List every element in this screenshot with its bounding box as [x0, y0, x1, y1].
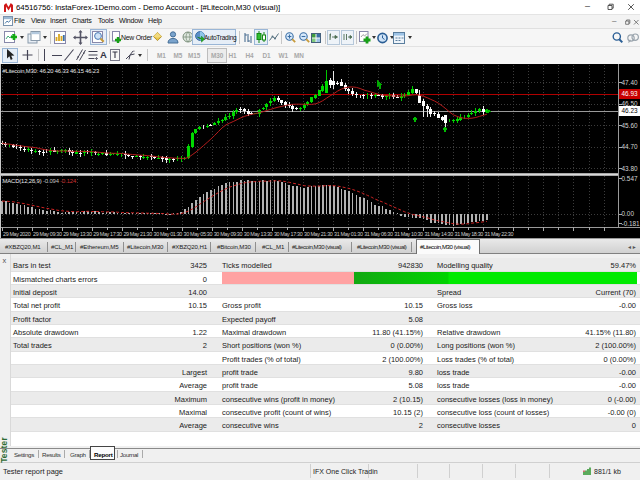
svg-text:29 May 09:30: 29 May 09:30 — [33, 231, 62, 237]
svg-text:29 May 21:30: 29 May 21:30 — [123, 231, 152, 237]
svg-text:46.23: 46.23 — [622, 107, 638, 114]
svg-text:30 May 01:30: 30 May 01:30 — [154, 231, 183, 237]
svg-text:43.80: 43.80 — [622, 165, 638, 172]
svg-text:46.93: 46.93 — [622, 90, 638, 97]
svg-text:-0.181: -0.181 — [622, 220, 640, 227]
svg-text:30 May 09:30: 30 May 09:30 — [214, 231, 243, 237]
svg-text:31 May 18:30: 31 May 18:30 — [455, 231, 484, 237]
svg-text:47.40: 47.40 — [622, 79, 638, 86]
svg-text:31 May 06:30: 31 May 06:30 — [364, 231, 393, 237]
svg-text:31 May 10:30: 31 May 10:30 — [394, 231, 423, 237]
svg-text:29 May 13:30: 29 May 13:30 — [63, 231, 92, 237]
svg-text:31 May 14:30: 31 May 14:30 — [424, 231, 453, 237]
svg-text:0.00: 0.00 — [622, 210, 635, 217]
svg-text:29 May 17:30: 29 May 17:30 — [93, 231, 122, 237]
svg-text:MACD(12,26,9) -0.094 -0.124: MACD(12,26,9) -0.094 -0.124 — [3, 178, 77, 184]
svg-text:0.547: 0.547 — [622, 175, 638, 182]
svg-text:30 May 05:30: 30 May 05:30 — [184, 231, 213, 237]
svg-text:31 May 22:30: 31 May 22:30 — [485, 231, 514, 237]
svg-text:30 May 17:30: 30 May 17:30 — [274, 231, 303, 237]
svg-text:#Litecoin,M30: 46.20 46.33 46.: #Litecoin,M30: 46.20 46.33 46.15 46.23 — [3, 68, 99, 74]
svg-text:31 May 01:30: 31 May 01:30 — [334, 231, 363, 237]
svg-text:44.70: 44.70 — [622, 143, 638, 150]
svg-text:45.60: 45.60 — [622, 122, 638, 129]
svg-text:30 May 13:30: 30 May 13:30 — [244, 231, 273, 237]
svg-text:30 May 21:30: 30 May 21:30 — [304, 231, 333, 237]
svg-text:29 May 2020: 29 May 2020 — [3, 231, 31, 237]
